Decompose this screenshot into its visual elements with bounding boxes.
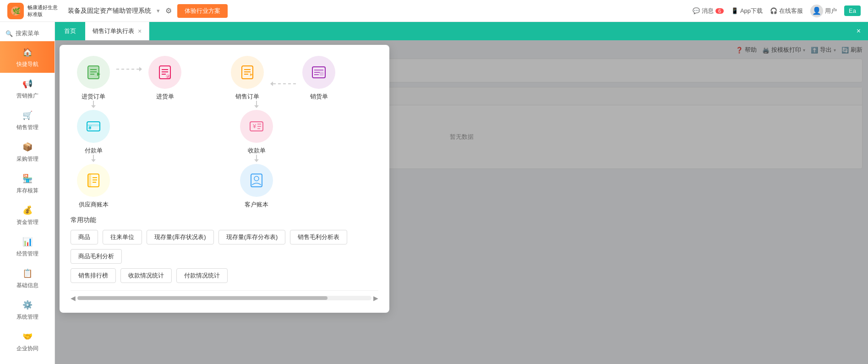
message-label: 消息 bbox=[702, 7, 714, 15]
func-btn-sales-profit[interactable]: 销售毛利分析表 bbox=[290, 230, 347, 244]
online-service-button[interactable]: 🎧 在线客服 bbox=[770, 7, 803, 15]
business-icon: 📊 bbox=[21, 235, 34, 248]
sidebar-item-business[interactable]: 📊 经营管理 bbox=[0, 231, 55, 262]
logo-text: 畅康通好生意 标准版 bbox=[27, 4, 58, 17]
func-btn-stock-dist[interactable]: 现存量(库存分布表) bbox=[218, 230, 286, 244]
sidebar-label-purchase: 采购管理 bbox=[16, 155, 38, 163]
basic-icon: 📋 bbox=[21, 267, 34, 280]
logo-icon: 🌿 bbox=[7, 3, 24, 19]
sales-order-circle bbox=[231, 56, 264, 89]
common-functions-section: 常用功能 商品 往来单位 现存量(库存状况表) 现存量(库存分布表) 销售毛利分… bbox=[71, 216, 378, 283]
sidebar-item-purchase[interactable]: 📦 采购管理 bbox=[0, 136, 55, 168]
sales-order-label: 销售订单 bbox=[235, 92, 259, 101]
tab-bar-close-button[interactable]: × bbox=[849, 27, 868, 35]
sidebar-item-quick-nav[interactable]: 🏠 快捷导航 bbox=[0, 41, 55, 73]
sidebar-item-inventory[interactable]: 🏪 库存核算 bbox=[0, 168, 55, 199]
arrow-down-4 bbox=[254, 155, 259, 164]
sidebar-item-enterprise[interactable]: 🤝 企业协同 bbox=[0, 326, 55, 357]
payment-label: 付款单 bbox=[85, 147, 103, 155]
tab-sales-order[interactable]: 销售订单执行表 × bbox=[85, 22, 149, 40]
flow-diagram: 进货订单 ¥ 付 bbox=[71, 56, 378, 209]
app-icon: 📱 bbox=[731, 7, 738, 14]
system-icon: ⚙️ bbox=[21, 299, 34, 311]
user-label: 用户 bbox=[825, 7, 837, 15]
func-btn-partners[interactable]: 往来单位 bbox=[103, 230, 142, 244]
payment-node[interactable]: ¥ 付款单 bbox=[71, 110, 116, 155]
func-btn-receipt-stats[interactable]: 收款情况统计 bbox=[120, 268, 172, 283]
payment-circle: ¥ bbox=[77, 110, 110, 143]
sidebar-label-system: 系统管理 bbox=[16, 313, 38, 321]
func-btn-goods-profit[interactable]: 商品毛利分析 bbox=[71, 249, 122, 264]
main-layout: 🔍 搜索菜单 🏠 快捷导航 📢 营销推广 🛒 销售管理 📦 采购管理 🏪 库存核… bbox=[0, 22, 868, 364]
tab-home[interactable]: 首页 bbox=[55, 22, 85, 40]
sidebar-item-sales[interactable]: 🛒 销售管理 bbox=[0, 104, 55, 136]
sales-order-node[interactable]: 销售订单 bbox=[224, 56, 270, 101]
sales-bill-node[interactable]: 销货单 bbox=[296, 56, 342, 101]
customer-ledger-node[interactable]: 客户账本 bbox=[234, 164, 279, 209]
h-scrollbar-thumb bbox=[77, 296, 328, 300]
h-scrollbar[interactable] bbox=[77, 296, 371, 300]
func-row-1: 商品 往来单位 现存量(库存状况表) 现存量(库存分布表) 销售毛利分析表 商品… bbox=[71, 230, 378, 264]
purchase-order-label: 进货订单 bbox=[82, 92, 105, 101]
sidebar-label-finance: 资金管理 bbox=[16, 218, 38, 226]
search-menu-label: 搜索菜单 bbox=[16, 29, 39, 38]
purchase-bill-node[interactable]: ✓ 进货单 bbox=[142, 56, 188, 101]
func-btn-goods[interactable]: 商品 bbox=[71, 230, 98, 244]
quick-nav-icon: 🏠 bbox=[21, 46, 34, 59]
sidebar-label-business: 经营管理 bbox=[16, 250, 38, 258]
dropdown-arrow[interactable]: ▾ bbox=[157, 7, 160, 14]
left-flow-col: 进货订单 ¥ 付 bbox=[71, 56, 116, 209]
svg-text:¥: ¥ bbox=[88, 125, 92, 130]
page-content: ❓ 帮助 🖨️ 按模板打印 ▾ ⬆️ 导出 ▾ 🔄 刷新 bbox=[55, 40, 868, 364]
svg-point-39 bbox=[254, 176, 259, 181]
settings-icon[interactable]: ⚙ bbox=[165, 6, 172, 15]
supplier-ledger-label: 供应商账本 bbox=[79, 201, 109, 209]
sidebar-item-marketing[interactable]: 📢 营销推广 bbox=[0, 73, 55, 104]
svg-text:🌿: 🌿 bbox=[12, 7, 21, 15]
common-functions-title: 常用功能 bbox=[71, 216, 378, 224]
purchase-bill-label: 进货单 bbox=[156, 92, 174, 101]
avatar: 👤 bbox=[810, 5, 823, 17]
marketing-icon: 📢 bbox=[21, 77, 34, 90]
tab-close-button[interactable]: × bbox=[138, 27, 142, 35]
popup-overlay: 进货订单 ¥ 付 bbox=[55, 40, 868, 364]
func-btn-payment-stats[interactable]: 付款情况统计 bbox=[176, 268, 228, 283]
system-title: 装备及固定资产辅助管理系统 bbox=[68, 7, 151, 15]
sidebar-label-marketing: 营销推广 bbox=[16, 92, 38, 100]
scroll-right-arrow[interactable]: ▶ bbox=[373, 294, 378, 302]
right-flow-col: 销货单 bbox=[224, 56, 342, 209]
func-btn-stock-status[interactable]: 现存量(库存状况表) bbox=[147, 230, 214, 244]
func-row-2: 销售排行榜 收款情况统计 付款情况统计 bbox=[71, 268, 378, 283]
sidebar-label-basic: 基础信息 bbox=[16, 282, 38, 289]
content-area: 首页 销售订单执行表 × × ❓ 帮助 🖨️ 按模板打印 ▾ bbox=[55, 22, 868, 364]
supplier-ledger-node[interactable]: 供应商账本 bbox=[71, 164, 116, 209]
try-plan-button[interactable]: 体验行业方案 bbox=[177, 4, 228, 18]
receipt-node[interactable]: ¥ 收款单 bbox=[234, 110, 279, 155]
search-menu-button[interactable]: 🔍 搜索菜单 bbox=[0, 26, 55, 41]
user-menu[interactable]: 👤 用户 bbox=[810, 5, 837, 17]
sidebar-item-system[interactable]: ⚙️ 系统管理 bbox=[0, 294, 55, 326]
inventory-icon: 🏪 bbox=[21, 172, 34, 185]
purchase-bill-col: ✓ 进货单 bbox=[142, 56, 188, 101]
receipt-circle: ¥ bbox=[240, 110, 273, 143]
message-badge: 6 bbox=[715, 8, 724, 14]
sidebar-item-basic[interactable]: 📋 基础信息 bbox=[0, 262, 55, 294]
sales-row: 销货单 bbox=[224, 56, 342, 101]
sidebar-item-newbie[interactable]: 🎓 新手引导 bbox=[0, 357, 55, 364]
sidebar-item-finance[interactable]: 💰 资金管理 bbox=[0, 199, 55, 231]
func-btn-sales-rank[interactable]: 销售排行榜 bbox=[71, 268, 116, 283]
purchase-order-node[interactable]: 进货订单 bbox=[71, 56, 116, 101]
enterprise-icon: 🤝 bbox=[21, 330, 34, 343]
app-download-button[interactable]: 📱 App下载 bbox=[731, 7, 763, 15]
search-icon: 🔍 bbox=[5, 30, 13, 37]
finance-icon: 💰 bbox=[21, 204, 34, 217]
sidebar-label-quick-nav: 快捷导航 bbox=[16, 60, 38, 68]
ea-badge: Ea bbox=[844, 5, 861, 16]
logo-area: 🌿 畅康通好生意 标准版 bbox=[7, 3, 62, 19]
arrow-down-2 bbox=[91, 155, 96, 164]
scroll-left-arrow[interactable]: ◀ bbox=[71, 294, 76, 302]
message-button[interactable]: 💬 消息 6 bbox=[693, 7, 724, 15]
arrow-down-3 bbox=[254, 101, 259, 110]
h-arrow-1 bbox=[116, 67, 142, 71]
message-icon: 💬 bbox=[693, 7, 700, 14]
